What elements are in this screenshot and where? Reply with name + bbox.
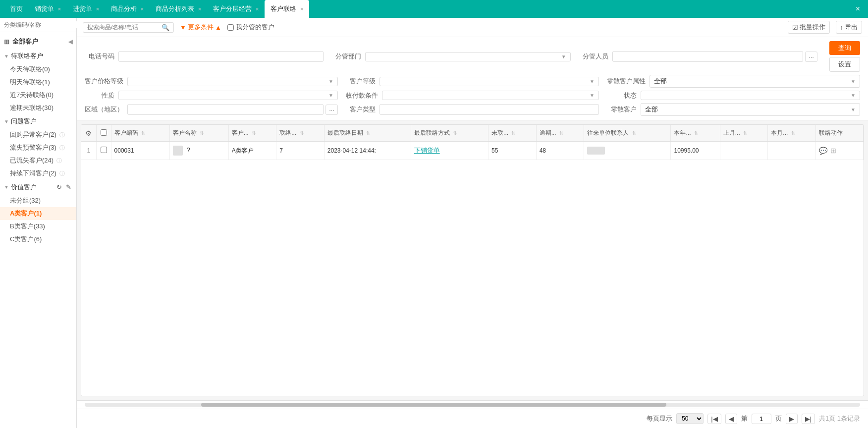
nav-analysis-list[interactable]: 商品分析列表 × xyxy=(150,0,207,18)
filter-search-icon[interactable]: 🔍 xyxy=(162,24,169,31)
field-price-level: 客户价格等级 ▼ xyxy=(85,77,338,86)
field-payment-select[interactable]: ▼ xyxy=(382,91,599,100)
edit-value-btn[interactable]: ✎ xyxy=(65,182,72,192)
cell-last-date: 2023-04-12 14:44: xyxy=(324,142,411,160)
cell-name: ? xyxy=(170,142,229,160)
cell-last-method[interactable]: 下销货单 xyxy=(411,142,488,160)
close-customer-contact[interactable]: × xyxy=(300,6,303,12)
close-purchase[interactable]: × xyxy=(96,6,99,12)
h-scrollbar[interactable] xyxy=(85,403,860,407)
query-btn[interactable]: 查询 xyxy=(829,41,860,55)
close-analysis-list[interactable]: × xyxy=(198,6,201,12)
arrow-value: ▼ xyxy=(4,184,9,190)
col-last-date[interactable]: 最后联络日期 ⇅ xyxy=(324,125,411,142)
cell-overdue: 48 xyxy=(536,142,584,160)
field-price-level-select[interactable]: ▼ xyxy=(127,77,338,86)
col-name[interactable]: 客户名称 ⇅ xyxy=(170,125,229,142)
sidebar-root[interactable]: ⊞ 全部客户 ◀ xyxy=(0,34,76,49)
info-icon-lost: ⓘ xyxy=(56,158,62,163)
last-page-btn[interactable]: ▶| xyxy=(802,414,815,424)
col-gear[interactable]: ⚙ xyxy=(81,125,96,142)
my-customers-check[interactable]: 我分管的客户 xyxy=(227,23,274,32)
field-price-level-label: 客户价格等级 xyxy=(85,77,123,86)
field-phone-input[interactable] xyxy=(118,51,324,62)
export-btn[interactable]: ↑ 导出 xyxy=(836,21,863,34)
message-icon[interactable]: 💬 xyxy=(819,147,827,155)
cell-check[interactable] xyxy=(96,142,111,160)
row-checkbox[interactable] xyxy=(101,147,107,153)
col-company-contact[interactable]: 往来单位联系人 ⇅ xyxy=(584,125,671,142)
item-tomorrow[interactable]: 明天待联络(1) xyxy=(0,76,76,89)
nav-sales[interactable]: 销货单 × xyxy=(29,0,67,18)
field-dept-select[interactable]: ▼ xyxy=(365,52,570,61)
field-customer-type-input[interactable] xyxy=(380,104,599,115)
item-declining[interactable]: 持续下滑客户(2) ⓘ xyxy=(0,167,76,180)
settings-btn[interactable]: 设置 xyxy=(829,57,860,72)
field-nature-select[interactable]: ▼ xyxy=(118,91,338,100)
field-manager-input[interactable] xyxy=(612,51,803,62)
col-type[interactable]: 客户... ⇅ xyxy=(228,125,276,142)
h-scrollbar-thumb[interactable] xyxy=(201,403,666,407)
section-value-header[interactable]: ▼ 价值客户 ↻ ✎ xyxy=(0,180,76,194)
last-method-link[interactable]: 下销货单 xyxy=(414,147,440,154)
field-manager-ellipsis[interactable]: ··· xyxy=(805,52,817,62)
nav-customer-contact[interactable]: 客户联络 × xyxy=(265,0,309,18)
item-a-class[interactable]: A类客户(1) xyxy=(0,207,76,220)
field-region-input[interactable] xyxy=(127,104,324,115)
item-overdue[interactable]: 逾期未联络(30) xyxy=(0,102,76,114)
item-ungroup[interactable]: 未分组(32) xyxy=(0,194,76,207)
col-overdue[interactable]: 逾期... ⇅ xyxy=(536,125,584,142)
col-code[interactable]: 客户编码 ⇅ xyxy=(111,125,170,142)
qr-icon[interactable]: ⊞ xyxy=(830,147,836,155)
item-c-class[interactable]: C类客户(6) xyxy=(0,233,76,246)
filter-more-btn[interactable]: ▼ 更多条件 ▲ xyxy=(180,23,221,32)
field-customer-level-select[interactable]: ▼ xyxy=(380,77,599,86)
item-b-class[interactable]: B类客户(33) xyxy=(0,220,76,233)
window-close[interactable]: × xyxy=(852,4,864,13)
col-last-month[interactable]: 上月... ⇅ xyxy=(720,125,768,142)
close-sales[interactable]: × xyxy=(58,6,61,12)
sort-overdue: ⇅ xyxy=(559,130,563,136)
my-customers-checkbox[interactable] xyxy=(227,24,234,31)
field-retail-attr-select[interactable]: 全部 ▼ xyxy=(650,75,860,88)
item-today[interactable]: 今天待联络(0) xyxy=(0,63,76,76)
nav-purchase[interactable]: 进货单 × xyxy=(67,0,105,18)
field-status-select[interactable]: ▼ xyxy=(641,91,860,100)
filter-row-4: 区域（地区） ··· 客户类型 零散客户 全部 ▼ xyxy=(85,103,860,116)
col-this-year[interactable]: 本年... ⇅ xyxy=(671,125,720,142)
col-contact-count[interactable]: 联络... ⇅ xyxy=(276,125,325,142)
field-manager: 分管人员 ··· xyxy=(579,51,817,62)
item-abnormal[interactable]: 回购异常客户(2) ⓘ xyxy=(0,128,76,141)
nav-analysis[interactable]: 商品分析 × xyxy=(105,0,150,18)
section-waiting-header[interactable]: ▼ 待联络客户 xyxy=(0,49,76,63)
nav-customer-tier[interactable]: 客户分层经营 × xyxy=(207,0,265,18)
col-this-month[interactable]: 本月... ⇅ xyxy=(768,125,816,142)
col-check[interactable] xyxy=(96,125,111,142)
sidebar-collapse-btn[interactable]: ◀ xyxy=(68,39,72,45)
sidebar-search-input[interactable] xyxy=(4,21,78,28)
item-warning[interactable]: 流失预警客户(3) ⓘ xyxy=(0,141,76,154)
batch-op-btn[interactable]: ☑ 批量操作 xyxy=(788,21,830,34)
field-region-ellipsis[interactable]: ··· xyxy=(326,105,338,115)
next-page-btn[interactable]: ▶ xyxy=(786,414,798,424)
filter-search-input[interactable] xyxy=(87,24,162,31)
close-analysis[interactable]: × xyxy=(141,6,144,12)
first-page-btn[interactable]: |◀ xyxy=(707,414,721,424)
close-customer-tier[interactable]: × xyxy=(256,6,259,12)
gear-icon[interactable]: ⚙ xyxy=(85,129,92,137)
field-retail-select[interactable]: 全部 ▼ xyxy=(641,103,860,116)
refresh-value-btn[interactable]: ↻ xyxy=(55,182,63,192)
page-size-select[interactable]: 50 100 200 xyxy=(676,413,704,424)
info-icon-abnormal: ⓘ xyxy=(59,132,65,138)
customer-table: ⚙ 客户编码 ⇅ 客户名称 ⇅ 客户... ⇅ 联络... ⇅ 最后联络日期 ⇅… xyxy=(81,125,864,160)
item-7days[interactable]: 近7天待联络(0) xyxy=(0,89,76,102)
select-all-checkbox[interactable] xyxy=(101,129,107,136)
prev-page-btn[interactable]: ◀ xyxy=(725,414,737,424)
page-input[interactable] xyxy=(752,414,771,424)
section-problem-header[interactable]: ▼ 问题客户 xyxy=(0,114,76,128)
col-last-method[interactable]: 最后联络方式 ⇅ xyxy=(411,125,488,142)
nav-home[interactable]: 首页 xyxy=(4,0,29,18)
item-lost[interactable]: 已流失客户(24) ⓘ xyxy=(0,154,76,167)
col-action: 联络动作 xyxy=(815,125,863,142)
col-uncontact[interactable]: 未联... ⇅ xyxy=(488,125,537,142)
